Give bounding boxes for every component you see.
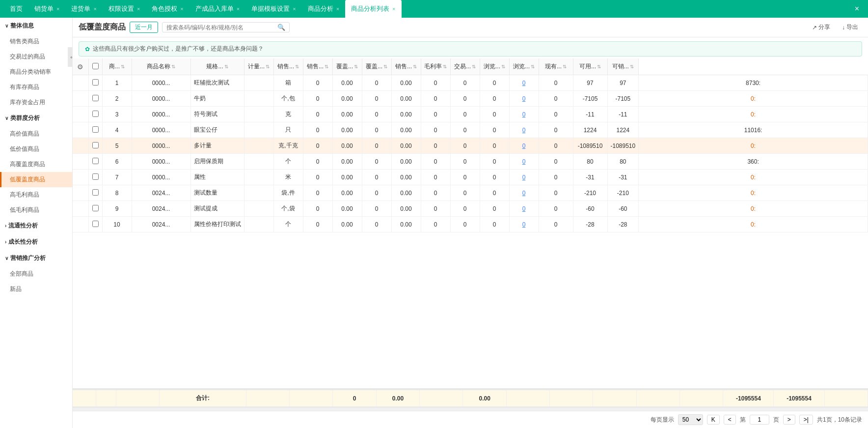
sidebar-section-group-analysis[interactable]: ∨ 类群度分析 — [0, 110, 72, 126]
browse-link[interactable]: 0 — [522, 111, 526, 118]
browse-link[interactable]: 0 — [522, 127, 526, 134]
nav-product-analysis[interactable]: 商品分析 × — [302, 0, 345, 18]
per-page-select[interactable]: 50 20 100 — [678, 414, 703, 425]
search-input[interactable] — [166, 24, 277, 31]
sidebar-item-stock-capital[interactable]: 库存资金占用 — [0, 95, 72, 110]
sidebar: « ∨ 整体信息 销售类商品 交易过的商品 商品分类动销率 有库存商品 库存资金… — [0, 18, 73, 428]
browse-link[interactable]: 0 — [522, 158, 526, 165]
col-trade[interactable]: 交易...⇅ — [450, 58, 480, 75]
table-container: ⚙ 商...⇅ 商品名称⇅ 规格...⇅ — [73, 58, 868, 388]
col-settings[interactable]: ⚙ — [73, 58, 88, 75]
prev-page-button[interactable]: < — [724, 415, 736, 425]
settings-icon[interactable]: ⚙ — [77, 63, 83, 71]
sidebar-collapse-button[interactable]: « — [68, 47, 73, 67]
row-checkbox[interactable] — [92, 158, 99, 164]
sidebar-item-high-coverage[interactable]: 高覆盖度商品 — [0, 157, 72, 172]
browse-link[interactable]: 0 — [522, 80, 526, 86]
col-unit[interactable]: 计量...⇅ — [244, 58, 273, 75]
col-current[interactable]: 现有...⇅ — [539, 58, 573, 75]
row-checkbox[interactable] — [92, 189, 99, 196]
nav-product-analysis-list[interactable]: 商品分析列表 × — [345, 0, 401, 18]
row-checkbox[interactable] — [92, 142, 99, 148]
close-icon[interactable]: × — [392, 6, 395, 12]
browse-link[interactable]: 0 — [522, 221, 526, 228]
sidebar-item-low-gross[interactable]: 低毛利商品 — [0, 202, 72, 218]
row-checkbox[interactable] — [92, 221, 99, 227]
row-checkbox[interactable] — [92, 79, 99, 86]
sort-icon: ⇅ — [597, 64, 601, 69]
browse-link[interactable]: 0 — [522, 143, 526, 149]
row-checkbox[interactable] — [92, 111, 99, 117]
col-browse2[interactable]: 浏览...⇅ — [509, 58, 539, 75]
col-available[interactable]: 可用...⇅ — [573, 58, 607, 75]
close-icon[interactable]: × — [56, 6, 59, 12]
row-checkbox[interactable] — [92, 173, 99, 180]
share-icon: ↗ — [812, 24, 817, 31]
info-icon: ✿ — [85, 46, 90, 53]
last-page-button[interactable]: >| — [799, 415, 813, 425]
sort-icon: ⇅ — [295, 64, 299, 69]
close-icon[interactable]: × — [137, 6, 140, 12]
sidebar-section-flow-analysis[interactable]: › 流通性分析 — [0, 218, 72, 234]
sidebar-item-all-goods[interactable]: 全部商品 — [0, 266, 72, 282]
col-sales2[interactable]: 销售...⇅ — [303, 58, 332, 75]
sort-icon: ⇅ — [472, 64, 476, 69]
horizontal-scrollbar[interactable] — [73, 407, 868, 411]
nav-product-entry[interactable]: 产成品入库单 × — [190, 0, 245, 18]
browse-link[interactable]: 0 — [522, 95, 526, 102]
row-checkbox[interactable] — [92, 126, 99, 133]
browse-link[interactable]: 0 — [522, 190, 526, 197]
sidebar-item-low-value[interactable]: 低价值商品 — [0, 142, 72, 157]
sidebar-item-high-gross[interactable]: 高毛利商品 — [0, 187, 72, 202]
close-icon[interactable]: × — [180, 6, 183, 12]
sidebar-item-new-goods[interactable]: 新品 — [0, 282, 72, 297]
export-button[interactable]: ↓ 导出 — [838, 22, 862, 32]
col-name[interactable]: 商品名称⇅ — [132, 58, 190, 75]
sidebar-section-overall[interactable]: ∨ 整体信息 — [0, 18, 72, 34]
total-section: 合计: 0 0.00 0.00 -1095554 -1095554 — [73, 388, 868, 407]
row-checkbox[interactable] — [92, 205, 99, 211]
close-icon[interactable]: × — [293, 6, 296, 12]
sidebar-item-in-stock-goods[interactable]: 有库存商品 — [0, 80, 72, 95]
col-sales1[interactable]: 销售...⇅ — [273, 58, 303, 75]
row-checkbox[interactable] — [92, 95, 99, 101]
col-cover2[interactable]: 覆盖...⇅ — [362, 58, 391, 75]
sidebar-item-category-sales-rate[interactable]: 商品分类动销率 — [0, 64, 72, 80]
sort-icon: ⇅ — [121, 64, 125, 69]
col-spec[interactable]: 规格...⇅ — [190, 58, 244, 75]
expand-icon: › — [5, 223, 6, 228]
col-saleable[interactable]: 可销...⇅ — [607, 58, 639, 75]
nav-permission-settings[interactable]: 权限设置 × — [103, 0, 146, 18]
table-row: 5 0000... 多计量 克,千克 0 0.00 0 0.00 0 0 0 0… — [73, 138, 868, 154]
total-sales2: 0.00 — [376, 390, 419, 407]
page-number-input[interactable] — [750, 415, 769, 425]
nav-sales-order[interactable]: 销货单 × — [28, 0, 65, 18]
close-icon[interactable]: × — [93, 6, 96, 12]
select-all-checkbox[interactable] — [92, 63, 99, 69]
sidebar-section-growth-analysis[interactable]: › 成长性分析 — [0, 234, 72, 250]
col-cover1[interactable]: 覆盖...⇅ — [332, 58, 362, 75]
total-sales1: 0 — [333, 390, 376, 407]
sidebar-section-marketing-analysis[interactable]: ∨ 营销推广分析 — [0, 250, 72, 266]
col-browse1[interactable]: 浏览...⇅ — [480, 58, 509, 75]
next-page-button[interactable]: > — [783, 415, 795, 425]
col-gross[interactable]: 毛利率⇅ — [421, 58, 450, 75]
filter-recent-month-button[interactable]: 近一月 — [130, 22, 158, 33]
nav-home[interactable]: 首页 — [4, 0, 28, 18]
share-button[interactable]: ↗ 分享 — [808, 22, 834, 32]
close-all-button[interactable]: × — [850, 4, 864, 13]
close-icon[interactable]: × — [237, 6, 240, 12]
browse-link[interactable]: 0 — [522, 174, 526, 181]
nav-template-settings[interactable]: 单据模板设置 × — [245, 0, 301, 18]
col-code[interactable]: 商...⇅ — [102, 58, 132, 75]
nav-purchase-order[interactable]: 进货单 × — [65, 0, 102, 18]
col-sales3[interactable]: 销售...⇅ — [391, 58, 421, 75]
sidebar-item-sales-goods[interactable]: 销售类商品 — [0, 34, 72, 49]
nav-role-auth[interactable]: 角色授权 × — [146, 0, 189, 18]
sidebar-item-traded-goods[interactable]: 交易过的商品 — [0, 49, 72, 64]
close-icon[interactable]: × — [336, 6, 339, 12]
sidebar-item-high-value[interactable]: 高价值商品 — [0, 126, 72, 142]
first-page-button[interactable]: K — [707, 415, 720, 425]
sidebar-item-low-coverage[interactable]: 低覆盖度商品 — [0, 172, 72, 187]
browse-link[interactable]: 0 — [522, 205, 526, 212]
